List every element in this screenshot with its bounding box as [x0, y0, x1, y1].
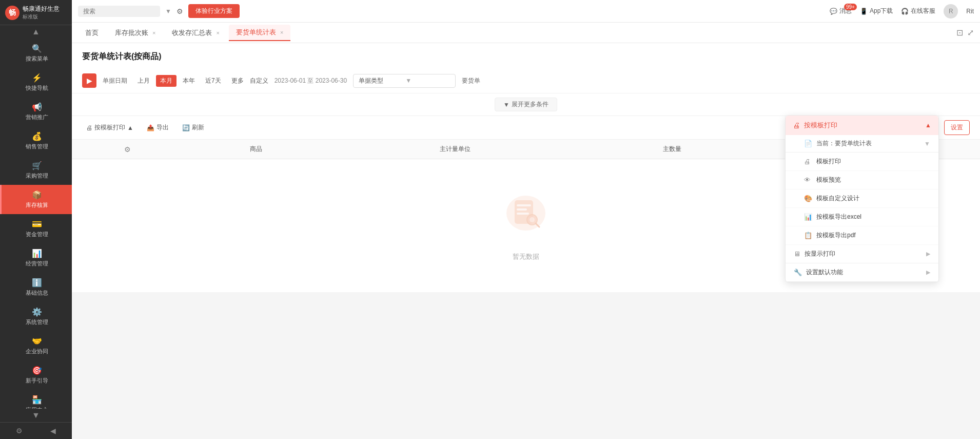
col-settings[interactable]: ⚙ [72, 140, 184, 159]
window-maximize-button[interactable]: ⤢ [967, 28, 974, 37]
tab-home[interactable]: 首页 [78, 25, 106, 41]
expand-more-button[interactable]: ▼ 展开更多条件 [495, 98, 557, 111]
template-pdf-icon: 📋 [804, 232, 812, 239]
sidebar-item-finance[interactable]: 💳 资金管理 [0, 214, 72, 243]
tab-inventory-batch-close[interactable]: × [152, 30, 155, 36]
export-label: 导出 [156, 123, 169, 132]
topbar-gear-icon[interactable]: ⚙ [177, 7, 183, 15]
search-input[interactable] [78, 6, 160, 17]
notification-item[interactable]: 💬 消息 99+ [830, 7, 852, 15]
template-preview-label: 模板预览 [816, 176, 930, 184]
sidebar-item-basic[interactable]: ℹ️ 基础信息 [0, 273, 72, 302]
filter-expand-row: ▼ 展开更多条件 [72, 93, 980, 116]
dropdown-section-display-print[interactable]: 🖥 按显示打印 ▶ [786, 245, 938, 263]
empty-text: 暂无数据 [513, 252, 539, 261]
window-restore-button[interactable]: ⊡ [956, 28, 963, 37]
sidebar-collapse-button[interactable]: ◀ [50, 427, 56, 435]
col-unit: 主计量单位 [328, 140, 582, 159]
empty-illustration [500, 190, 552, 246]
page-header: 要货单统计表(按商品) [72, 43, 980, 68]
dropdown-item-template-design[interactable]: 🎨 模板自定义设计 [786, 189, 938, 208]
sidebar-item-quicknav[interactable]: ⚡ 快捷导航 [0, 68, 72, 97]
tab-order-stats-label: 要货单统计表 [236, 28, 276, 37]
dropdown-item-template-excel[interactable]: 📊 按模板导出excel [786, 208, 938, 226]
template-excel-icon: 📊 [804, 213, 812, 221]
sidebar-item-operation[interactable]: 📊 经营管理 [0, 243, 72, 273]
operation-icon: 📊 [32, 249, 42, 258]
filter-expand-button[interactable]: ▶ [82, 73, 96, 88]
col-quantity: 主数量 [582, 140, 763, 159]
sidebar-item-system[interactable]: ⚙️ 系统管理 [0, 302, 72, 331]
tab-order-stats-close[interactable]: × [280, 29, 283, 35]
sidebar-settings-button[interactable]: ⚙ [16, 427, 23, 435]
sidebar-scroll-down[interactable]: ▼ [0, 409, 72, 422]
template-design-label: 模板自定义设计 [816, 194, 930, 203]
date-btn-more[interactable]: 更多 [227, 75, 248, 87]
tab-inventory-batch-label: 库存批次账 [115, 28, 148, 37]
sidebar-item-purchase[interactable]: 🛒 采购管理 [0, 156, 72, 185]
svg-rect-3 [517, 208, 527, 211]
user-avatar[interactable]: R [944, 4, 958, 18]
export-icon: 📤 [147, 124, 154, 131]
print-label: 按模板打印 [94, 123, 125, 132]
dropdown-section-set-default[interactable]: 🔧 设置默认功能 ▶ [786, 263, 938, 282]
tab-home-label: 首页 [85, 28, 99, 37]
filter-bar: ▶ 单据日期 上月 本月 本年 近7天 更多 自定义 2023-06-01 至 … [72, 68, 980, 93]
dropdown-header[interactable]: 🖨 按模板打印 ▲ [786, 116, 938, 135]
dropdown-item-template-preview[interactable]: 👁 模板预览 [786, 171, 938, 189]
app-download-item[interactable]: 📱 App下载 [860, 7, 893, 15]
dropdown-item-template-print[interactable]: 🖨 模板打印 [786, 152, 938, 171]
date-btn-custom[interactable]: 自定义 [250, 77, 268, 85]
sidebar-nav: 🔍 搜索菜单 ⚡ 快捷导航 📢 营销推广 💰 销售管理 🛒 采购管理 📦 库存核… [0, 39, 72, 409]
system-icon: ⚙️ [32, 307, 42, 317]
customer-service-item[interactable]: 🎧 在线客服 [901, 7, 935, 15]
search-chevron-icon[interactable]: ▼ [165, 8, 171, 15]
page-content: 要货单统计表(按商品) ▶ 单据日期 上月 本月 本年 近7天 更多 自定义 2… [72, 43, 980, 439]
print-button[interactable]: 🖨 按模板打印 ▲ [82, 121, 138, 134]
refresh-icon: 🔄 [182, 124, 190, 131]
display-print-label: 按显示打印 [805, 250, 922, 258]
print-dropdown: 🖨 按模板打印 ▲ 📄 当前：要货单统计表 ▼ 🖨 模板打印 👁 模板预览 🎨 … [785, 115, 939, 282]
dropdown-current-item[interactable]: 📄 当前：要货单统计表 ▼ [786, 135, 938, 152]
tab-receipt-summary[interactable]: 收发存汇总表 × [165, 25, 226, 41]
dropdown-header-arrow-icon[interactable]: ▲ [925, 122, 931, 129]
sidebar-item-marketing[interactable]: 📢 营销推广 [0, 97, 72, 126]
avatar-char: R [949, 8, 953, 15]
dropdown-header-icon: 🖨 [793, 121, 800, 129]
date-btn-current-year[interactable]: 本年 [179, 75, 199, 87]
refresh-label: 刷新 [192, 123, 204, 132]
date-filter-buttons: 上月 本月 本年 近7天 更多 自定义 [133, 75, 268, 87]
date-btn-current-month[interactable]: 本月 [156, 75, 177, 87]
sidebar-item-guide[interactable]: 🎯 新手引导 [0, 360, 72, 390]
template-print-icon: 🖨 [804, 158, 812, 165]
customer-service-icon: 🎧 [901, 8, 909, 15]
inventory-icon: 📦 [32, 190, 42, 200]
table-settings-icon[interactable]: ⚙ [124, 145, 131, 154]
type-select[interactable]: 单据类型 ▼ [353, 74, 456, 88]
sidebar-item-inventory[interactable]: 📦 库存核算 [0, 185, 72, 214]
app-version: 标准版 [23, 13, 60, 21]
expand-icon: ▼ [503, 101, 509, 108]
tab-receipt-summary-close[interactable]: × [216, 30, 219, 36]
sidebar-item-appstore[interactable]: 🏪 应用中心 [0, 390, 72, 409]
dropdown-header-title: 按模板打印 [804, 121, 921, 130]
col-goods: 商品 [184, 140, 328, 159]
settings-button[interactable]: 设置 [944, 120, 970, 135]
sidebar-item-enterprise[interactable]: 🤝 企业协同 [0, 331, 72, 360]
export-button[interactable]: 📤 导出 [143, 121, 173, 134]
refresh-button[interactable]: 🔄 刷新 [178, 121, 208, 134]
set-default-arrow-icon: ▶ [926, 269, 930, 276]
date-btn-last-month[interactable]: 上月 [133, 75, 154, 87]
trial-button[interactable]: 体验行业方案 [188, 4, 240, 18]
sidebar-scroll-up[interactable]: ▲ [0, 25, 72, 39]
tab-order-stats[interactable]: 要货单统计表 × [229, 25, 290, 41]
sidebar-item-search[interactable]: 🔍 搜索菜单 [0, 39, 72, 68]
tab-inventory-batch[interactable]: 库存批次账 × [108, 25, 163, 41]
dropdown-item-template-pdf[interactable]: 📋 按模板导出pdf [786, 226, 938, 245]
notification-badge: 99+ [844, 4, 857, 10]
customer-service-label: 在线客服 [911, 7, 935, 15]
set-default-icon: 🔧 [794, 269, 802, 276]
date-range-display: 2023-06-01 至 2023-06-30 [275, 77, 347, 85]
sidebar-item-sales[interactable]: 💰 销售管理 [0, 126, 72, 156]
date-btn-last-7-days[interactable]: 近7天 [201, 75, 225, 87]
